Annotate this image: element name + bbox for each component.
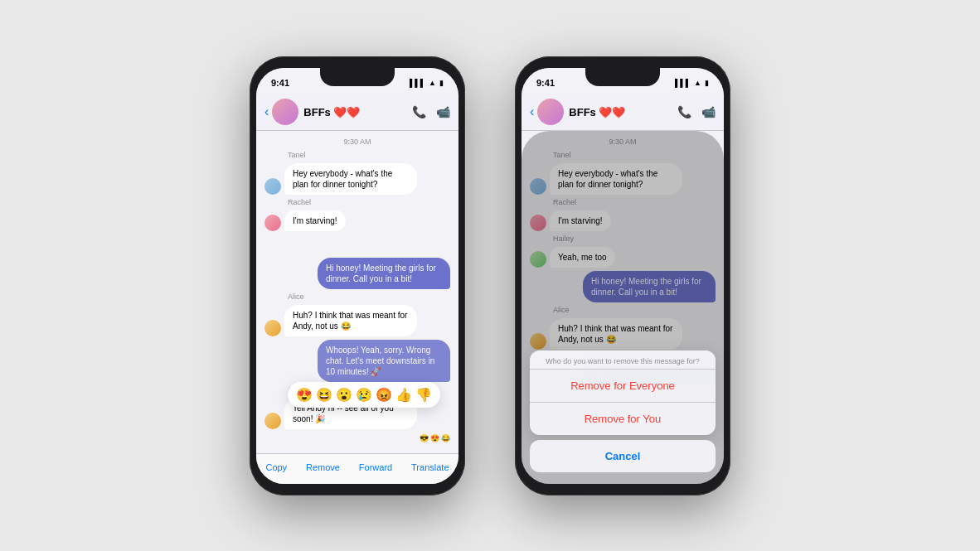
- notch-right: [585, 68, 660, 86]
- copy-action[interactable]: Copy: [265, 462, 287, 472]
- avatar-alice1-left: [264, 320, 281, 336]
- action-bar-left: Copy Remove Forward Translate: [256, 453, 458, 484]
- phones-container: 9:41 ▌▌▌ ▲ ▮ ‹ BFFs ❤️❤️ 📞: [250, 56, 730, 495]
- nav-title-left: BFFs ❤️❤️: [303, 106, 412, 118]
- msg-row-4-left: Huh? I think that was meant for Andy, no…: [264, 305, 450, 336]
- react-haha[interactable]: 😆: [316, 387, 332, 403]
- action-sheet: Who do you want to remove this message f…: [522, 350, 724, 484]
- sender-alice1-left: Alice: [288, 292, 450, 301]
- chat-area-left: 9:30 AM Tanel Hey everybody - what's the…: [256, 131, 458, 453]
- video-icon-left[interactable]: 📹: [436, 105, 450, 118]
- status-icons-left: ▌▌▌ ▲ ▮: [410, 79, 444, 87]
- remove-action[interactable]: Remove: [306, 462, 340, 472]
- sender-tanel-left: Tanel: [288, 151, 450, 159]
- nav-bar-left: ‹ BFFs ❤️❤️ 📞 📹: [256, 94, 458, 131]
- emoji-reaction-row: 😎😍😂: [264, 434, 450, 442]
- phone-left: 9:41 ▌▌▌ ▲ ▮ ‹ BFFs ❤️❤️ 📞: [250, 56, 465, 495]
- react-love[interactable]: 😍: [296, 387, 313, 403]
- back-button-left[interactable]: ‹: [264, 104, 269, 119]
- remove-everyone-button[interactable]: Remove for Everyone: [530, 370, 716, 403]
- nav-title-right: BFFs ❤️❤️: [569, 106, 677, 118]
- action-sheet-title: Who do you want to remove this message f…: [530, 350, 716, 370]
- call-icon-right[interactable]: 📞: [677, 105, 691, 118]
- nav-bar-right: ‹ BFFs ❤️❤️ 📞 📹: [522, 94, 724, 131]
- bubble-4-left: Huh? I think that was meant for Andy, no…: [284, 305, 417, 336]
- msg-row-1-left: Hey everybody - what's the plan for dinn…: [264, 163, 450, 195]
- status-time-right: 9:41: [536, 78, 555, 88]
- react-angry[interactable]: 😡: [376, 387, 392, 403]
- avatar-rachel-left: [264, 215, 281, 231]
- phone-frame-right: 9:41 ▌▌▌ ▲ ▮ ‹ BFFs ❤️❤️ 📞: [515, 56, 730, 495]
- nav-actions-left: 📞 📹: [412, 105, 450, 118]
- bubble-3-left: Hi honey! Meeting the girls for dinner. …: [318, 258, 450, 289]
- wifi-icon-right: ▲: [694, 79, 701, 87]
- msg-row-5-left: Whoops! Yeah, sorry. Wrong chat. Let's m…: [264, 340, 450, 382]
- nav-title-area-left: BFFs ❤️❤️: [303, 106, 412, 118]
- bubble-2-left: I'm starving!: [284, 210, 346, 231]
- status-time-left: 9:41: [271, 78, 289, 88]
- phone-right: 9:41 ▌▌▌ ▲ ▮ ‹ BFFs ❤️❤️ 📞: [515, 56, 730, 495]
- call-icon-left[interactable]: 📞: [412, 105, 426, 118]
- remove-you-button[interactable]: Remove for You: [530, 403, 716, 435]
- nav-actions-right: 📞 📹: [677, 105, 716, 118]
- react-wow[interactable]: 😮: [336, 387, 352, 403]
- msg-row-2-left: I'm starving!: [264, 210, 450, 231]
- timestamp-left: 9:30 AM: [264, 138, 450, 146]
- nav-avatar-left: [272, 99, 298, 125]
- avatar-alice2-left: [264, 413, 281, 429]
- video-icon-right[interactable]: 📹: [701, 105, 716, 118]
- action-sheet-group: Who do you want to remove this message f…: [530, 350, 716, 435]
- react-thumbsup[interactable]: 👍: [395, 387, 412, 403]
- msg-row-3-left: Hi honey! Meeting the girls for dinner. …: [264, 258, 450, 289]
- nav-title-area-right: BFFs ❤️❤️: [569, 106, 677, 118]
- nav-avatar-right: [537, 99, 564, 125]
- signal-icon-left: ▌▌▌: [410, 79, 425, 87]
- phone-screen-right: 9:41 ▌▌▌ ▲ ▮ ‹ BFFs ❤️❤️ 📞: [522, 68, 724, 484]
- phone-frame-left: 9:41 ▌▌▌ ▲ ▮ ‹ BFFs ❤️❤️ 📞: [250, 56, 465, 495]
- bubble-1-left: Hey everybody - what's the plan for dinn…: [284, 163, 417, 195]
- cancel-button[interactable]: Cancel: [530, 440, 716, 472]
- battery-icon-left: ▮: [439, 79, 444, 87]
- react-thumbsdown[interactable]: 👎: [415, 387, 432, 403]
- avatar-tanel-left: [264, 178, 281, 195]
- signal-icon-right: ▌▌▌: [675, 79, 691, 87]
- sender-rachel-left: Rachel: [288, 198, 450, 206]
- back-button-right[interactable]: ‹: [530, 104, 534, 119]
- react-sad[interactable]: 😢: [356, 387, 372, 403]
- battery-icon-right: ▮: [705, 79, 709, 87]
- status-icons-right: ▌▌▌ ▲ ▮: [675, 79, 709, 87]
- reaction-bar: 😍 😆 😮 😢 😡 👍 👎: [288, 382, 440, 408]
- forward-action[interactable]: Forward: [359, 462, 392, 472]
- notch-left: [320, 68, 395, 86]
- phone-screen-left: 9:41 ▌▌▌ ▲ ▮ ‹ BFFs ❤️❤️ 📞: [256, 68, 458, 484]
- wifi-icon-left: ▲: [429, 79, 436, 87]
- translate-action[interactable]: Translate: [411, 462, 449, 472]
- bubble-5-left: Whoops! Yeah, sorry. Wrong chat. Let's m…: [318, 340, 450, 382]
